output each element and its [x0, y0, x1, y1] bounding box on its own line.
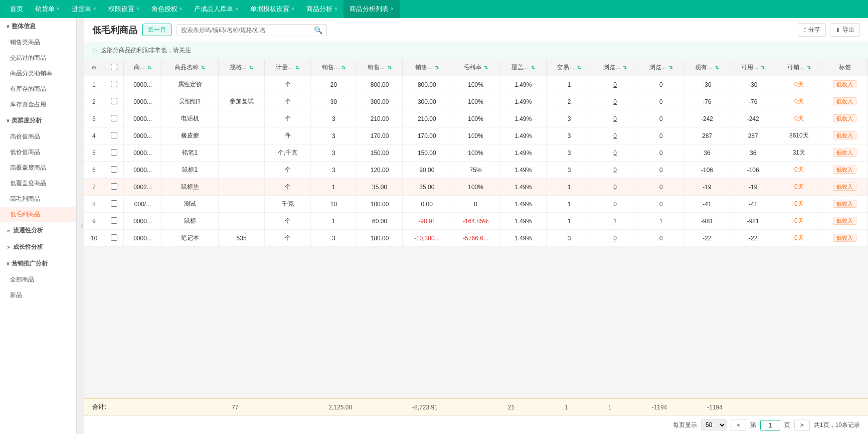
- nav-purchase-order[interactable]: 进货单 ×: [66, 0, 102, 18]
- search-icon[interactable]: 🔍: [314, 26, 322, 34]
- col-coverage[interactable]: 覆盖... ⇅: [500, 59, 546, 76]
- row-spec: [218, 76, 265, 93]
- col-spec[interactable]: 规格... ⇅: [218, 59, 265, 76]
- col-unit[interactable]: 计量... ⇅: [265, 59, 311, 76]
- sidebar-item-high-coverage[interactable]: 高覆盖度商品: [0, 160, 76, 176]
- close-product-analysis[interactable]: ×: [334, 0, 337, 18]
- select-all-checkbox[interactable]: [111, 64, 117, 70]
- col-settings[interactable]: ⚙: [84, 59, 104, 76]
- row-checkbox[interactable]: [111, 149, 117, 156]
- sidebar-group-overview[interactable]: ∨ 整体信息: [0, 18, 76, 35]
- col-checkbox[interactable]: [104, 59, 124, 76]
- page-header: 低毛利商品 近一月 🔍 ⤴ 分享 ⬇ 导出: [84, 18, 868, 42]
- row-checkbox[interactable]: [111, 98, 117, 104]
- close-permission-settings[interactable]: ×: [136, 0, 139, 18]
- row-views1[interactable]: 0: [592, 179, 638, 196]
- close-sales-order[interactable]: ×: [57, 0, 60, 18]
- row-checkbox[interactable]: [111, 217, 117, 224]
- export-button[interactable]: ⬇ 导出: [830, 23, 860, 37]
- col-name[interactable]: 商品名称 ⇅: [161, 59, 218, 76]
- close-purchase-order[interactable]: ×: [93, 0, 96, 18]
- sidebar-item-inventory-capital[interactable]: 库存资金占用: [0, 97, 76, 112]
- filter-period-button[interactable]: 近一月: [142, 24, 171, 36]
- row-checkbox-cell[interactable]: [104, 110, 124, 127]
- sidebar-group-cluster[interactable]: ∨ 类群度分析: [0, 112, 76, 129]
- row-checkbox[interactable]: [111, 183, 117, 190]
- row-views1[interactable]: 0: [592, 196, 638, 213]
- sidebar-item-stock-products[interactable]: 有库存的商品: [0, 81, 76, 97]
- col-sales-profit[interactable]: 销售... ⇅: [403, 59, 451, 76]
- col-code[interactable]: 商... ⇅: [124, 59, 162, 76]
- row-checkbox[interactable]: [111, 234, 117, 241]
- nav-role-auth[interactable]: 角色授权 ×: [145, 0, 189, 18]
- sidebar-item-category-rate[interactable]: 商品分类助销率: [0, 66, 76, 81]
- col-sales-amount[interactable]: 销售... ⇅: [357, 59, 403, 76]
- page-number-input[interactable]: [760, 420, 780, 430]
- page-size-select[interactable]: 50 100 200: [701, 419, 727, 430]
- row-tag: 低收入: [822, 144, 867, 162]
- row-tag: 低收入: [822, 230, 867, 247]
- nav-permission-settings[interactable]: 权限设置 ×: [102, 0, 145, 18]
- share-button[interactable]: ⤴ 分享: [798, 23, 826, 37]
- close-product-analysis-list[interactable]: ×: [391, 0, 394, 18]
- col-available-stock[interactable]: 可用... ⇅: [730, 59, 776, 76]
- nav-sales-order[interactable]: 销货单 ×: [29, 0, 66, 18]
- sidebar-group-liquidity[interactable]: ＞ 流通性分析: [0, 222, 76, 239]
- row-checkbox-cell[interactable]: [104, 230, 124, 247]
- row-checkbox[interactable]: [111, 166, 117, 173]
- row-checkbox[interactable]: [111, 115, 117, 121]
- col-views1[interactable]: 浏览... ⇅: [592, 59, 638, 76]
- row-checkbox[interactable]: [111, 132, 117, 138]
- prev-page-button[interactable]: ＜: [731, 419, 746, 431]
- row-views1[interactable]: 0: [592, 93, 638, 110]
- row-checkbox[interactable]: [111, 200, 117, 207]
- col-tag[interactable]: 标签: [822, 59, 867, 76]
- col-sellable-days[interactable]: 可销... ⇅: [776, 59, 822, 76]
- sidebar-group-marketing[interactable]: ∨ 营销推广分析: [0, 255, 76, 272]
- row-checkbox-cell[interactable]: [104, 196, 124, 213]
- search-input[interactable]: [181, 27, 314, 34]
- row-views1[interactable]: 0: [592, 110, 638, 127]
- nav-home[interactable]: 首页: [4, 0, 29, 18]
- row-checkbox-cell[interactable]: [104, 162, 124, 179]
- sidebar-item-all-products[interactable]: 全部商品: [0, 272, 76, 287]
- row-views1[interactable]: 0: [592, 230, 638, 247]
- row-views1[interactable]: 0: [592, 162, 638, 179]
- row-checkbox-cell[interactable]: [104, 179, 124, 196]
- sidebar-item-low-coverage[interactable]: 低覆盖度商品: [0, 176, 76, 191]
- col-gross-margin[interactable]: 毛利率 ⇅: [451, 59, 500, 76]
- sidebar-item-high-margin[interactable]: 高毛利商品: [0, 191, 76, 207]
- row-checkbox-cell[interactable]: [104, 127, 124, 144]
- col-views2[interactable]: 浏览... ⇅: [638, 59, 684, 76]
- row-views1[interactable]: 0: [592, 127, 638, 144]
- row-checkbox-cell[interactable]: [104, 144, 124, 162]
- row-checkbox-cell[interactable]: [104, 76, 124, 93]
- sidebar-item-low-margin[interactable]: 低毛利商品: [0, 207, 76, 222]
- sidebar-item-traded-products[interactable]: 交易过的商品: [0, 50, 76, 66]
- row-views1[interactable]: 0: [592, 144, 638, 162]
- nav-template-settings[interactable]: 单据模板设置 ×: [244, 0, 300, 18]
- sidebar-group-growth[interactable]: ＞ 成长性分析: [0, 239, 76, 255]
- row-views1[interactable]: 1: [592, 213, 638, 230]
- row-spec: 参加复试: [218, 93, 265, 110]
- row-checkbox-cell[interactable]: [104, 213, 124, 230]
- close-template-settings[interactable]: ×: [291, 0, 294, 18]
- row-views1[interactable]: 0: [592, 76, 638, 93]
- close-role-auth[interactable]: ×: [180, 0, 183, 18]
- col-sales-count[interactable]: 销售... ⇅: [311, 59, 357, 76]
- col-transactions[interactable]: 交易... ⇅: [546, 59, 592, 76]
- row-coverage: 1.49%: [500, 93, 546, 110]
- close-product-inbound[interactable]: ×: [235, 0, 238, 18]
- row-checkbox-cell[interactable]: [104, 93, 124, 110]
- sidebar-item-new-products[interactable]: 新品: [0, 287, 76, 303]
- next-page-button[interactable]: ＞: [794, 419, 810, 431]
- col-current-stock[interactable]: 现有... ⇅: [684, 59, 730, 76]
- nav-product-analysis-list[interactable]: 商品分析列表 ×: [343, 0, 400, 18]
- sidebar-item-sales-products[interactable]: 销售类商品: [0, 35, 76, 50]
- sidebar-item-high-value[interactable]: 高价值商品: [0, 129, 76, 144]
- row-checkbox[interactable]: [111, 81, 117, 87]
- nav-product-analysis[interactable]: 商品分析 ×: [300, 0, 343, 18]
- sidebar-collapse-button[interactable]: 《: [76, 18, 84, 434]
- sidebar-item-low-value[interactable]: 低价值商品: [0, 144, 76, 160]
- nav-product-inbound[interactable]: 产成品入库单 ×: [188, 0, 244, 18]
